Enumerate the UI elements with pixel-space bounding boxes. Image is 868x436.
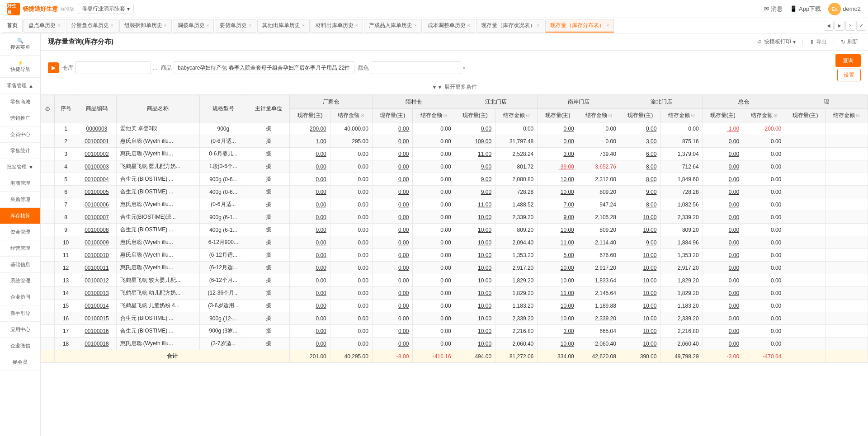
row-jb-qty[interactable]: 9.00 bbox=[455, 160, 495, 173]
row-mc-qty[interactable]: 0.00 bbox=[372, 262, 412, 274]
row-na-qty[interactable]: 0.00 bbox=[538, 135, 578, 148]
info-icon[interactable]: ⊙ bbox=[360, 113, 364, 118]
row-total-qty[interactable]: 0.00 bbox=[703, 173, 743, 186]
row-mc-qty[interactable]: 0.00 bbox=[372, 274, 412, 287]
tab-next-btn[interactable]: ▶ bbox=[835, 21, 844, 31]
row-total-qty[interactable]: 0.00 bbox=[703, 325, 743, 338]
row-yb-qty[interactable]: 10.00 bbox=[620, 338, 660, 350]
row-na-qty[interactable]: 10.00 bbox=[538, 338, 578, 350]
row-fc-qty[interactable]: 0.00 bbox=[290, 287, 330, 300]
sidebar-item-system[interactable]: 系统管理 bbox=[0, 273, 40, 289]
export-btn[interactable]: ⬆ 导出 bbox=[807, 37, 830, 47]
messages-btn[interactable]: ✉ 消息 bbox=[764, 5, 783, 13]
warehouse-input[interactable] bbox=[75, 61, 151, 74]
tab-close-icon[interactable]: × bbox=[606, 23, 609, 28]
row-fc-qty[interactable]: 0.00 bbox=[290, 300, 330, 312]
tab-成本调整单历史[interactable]: 成本调整单历史 × bbox=[423, 19, 475, 33]
sidebar-item-finance[interactable]: 资金管理 bbox=[0, 224, 40, 240]
row-mc-qty[interactable]: 0.00 bbox=[372, 249, 412, 262]
row-code[interactable]: 00100002 bbox=[77, 148, 116, 160]
sidebar-item-quicknav[interactable]: ⚡ 快捷导航 bbox=[0, 56, 40, 78]
row-total-qty[interactable]: 0.00 bbox=[703, 186, 743, 198]
row-fc-qty[interactable]: 0.00 bbox=[290, 312, 330, 325]
row-fc-qty[interactable]: 0.00 bbox=[290, 173, 330, 186]
sidebar-item-operations[interactable]: 经营管理 bbox=[0, 240, 40, 257]
sidebar-item-wholesale[interactable]: 批发管理 ▼ bbox=[0, 159, 40, 175]
row-total-qty[interactable]: 0.00 bbox=[703, 211, 743, 224]
row-na-qty[interactable]: -39.00 bbox=[538, 160, 578, 173]
row-code[interactable]: 00100013 bbox=[77, 287, 116, 300]
row-na-qty[interactable]: 10.00 bbox=[538, 173, 578, 186]
row-total-qty[interactable]: 0.00 bbox=[703, 148, 743, 160]
info-icon[interactable]: ⊙ bbox=[608, 113, 612, 118]
row-mc-qty[interactable]: 0.00 bbox=[372, 173, 412, 186]
row-total-qty[interactable]: 0.00 bbox=[703, 262, 743, 274]
row-fc-qty[interactable]: 0.00 bbox=[290, 338, 330, 350]
row-fc-qty[interactable]: 0.00 bbox=[290, 325, 330, 338]
tab-close-icon[interactable]: × bbox=[207, 23, 209, 28]
row-jb-qty[interactable]: 10.00 bbox=[455, 224, 495, 236]
row-code[interactable]: 00100011 bbox=[77, 262, 116, 274]
row-total-qty[interactable]: 0.00 bbox=[703, 198, 743, 211]
row-total-qty[interactable]: 0.00 bbox=[703, 300, 743, 312]
row-yb-qty[interactable]: 10.00 bbox=[620, 312, 660, 325]
row-yb-qty[interactable]: 8.00 bbox=[620, 198, 660, 211]
row-mc-qty[interactable]: 0.00 bbox=[372, 135, 412, 148]
row-yb-qty[interactable]: 6.00 bbox=[620, 148, 660, 160]
row-jb-qty[interactable]: 11.00 bbox=[455, 148, 495, 160]
app-download-btn[interactable]: 📱 App下载 bbox=[790, 5, 821, 13]
tab-分量盘点单历史[interactable]: 分量盘点单历史 × bbox=[66, 19, 118, 33]
sidebar-item-ecommerce[interactable]: 电商管理 bbox=[0, 175, 40, 192]
row-fc-qty[interactable]: 0.00 bbox=[290, 160, 330, 173]
info-icon[interactable]: ⊙ bbox=[856, 113, 860, 118]
row-na-qty[interactable]: 5.00 bbox=[538, 249, 578, 262]
tab-close-icon[interactable]: × bbox=[302, 23, 305, 28]
tab-close-icon[interactable]: × bbox=[355, 23, 358, 28]
row-code[interactable]: 00100015 bbox=[77, 312, 116, 325]
row-fc-qty[interactable]: 0.00 bbox=[290, 224, 330, 236]
row-total-qty[interactable]: 0.00 bbox=[703, 287, 743, 300]
row-yb-qty[interactable]: 10.00 bbox=[620, 287, 660, 300]
row-total-qty[interactable]: 0.00 bbox=[703, 135, 743, 148]
row-yb-qty[interactable]: 10.00 bbox=[620, 224, 660, 236]
row-fc-qty[interactable]: 0.00 bbox=[290, 249, 330, 262]
tab-盘点单历史[interactable]: 盘点单历史 × bbox=[24, 19, 65, 33]
sidebar-item-basics[interactable]: 基础信息 bbox=[0, 257, 40, 273]
sidebar-item-inventory[interactable]: 库存核算 bbox=[0, 208, 40, 224]
row-jb-qty[interactable]: 10.00 bbox=[455, 262, 495, 274]
row-fc-qty[interactable]: 0.00 bbox=[290, 274, 330, 287]
tab-more-btn[interactable]: ⤢ bbox=[856, 21, 866, 31]
row-mc-qty[interactable]: 0.00 bbox=[372, 148, 412, 160]
row-code[interactable]: 00100001 bbox=[77, 135, 116, 148]
row-yb-qty[interactable]: 10.00 bbox=[620, 300, 660, 312]
row-na-qty[interactable]: 0.00 bbox=[538, 122, 578, 135]
settings-button[interactable]: 设置 bbox=[837, 69, 861, 81]
sidebar-item-marketing[interactable]: 营销推广 bbox=[0, 110, 40, 127]
row-total-qty[interactable]: -1.00 bbox=[703, 122, 743, 135]
row-yb-qty[interactable]: 10.00 bbox=[620, 211, 660, 224]
tab-材料出库单历史[interactable]: 材料出库单历史 × bbox=[311, 19, 363, 33]
row-mc-qty[interactable]: 0.00 bbox=[372, 160, 412, 173]
row-fc-qty[interactable]: 1.00 bbox=[290, 135, 330, 148]
row-na-qty[interactable]: 3.00 bbox=[538, 148, 578, 160]
row-fc-qty[interactable]: 0.00 bbox=[290, 198, 330, 211]
row-code[interactable]: 00100016 bbox=[77, 325, 116, 338]
row-mc-qty[interactable]: 0.00 bbox=[372, 325, 412, 338]
row-yb-qty[interactable]: 0.00 bbox=[620, 122, 660, 135]
row-yb-qty[interactable]: 8.00 bbox=[620, 160, 660, 173]
row-yb-qty[interactable]: 9.00 bbox=[620, 236, 660, 249]
row-jb-qty[interactable]: 10.00 bbox=[455, 300, 495, 312]
row-jb-qty[interactable]: 109.00 bbox=[455, 135, 495, 148]
row-jb-qty[interactable]: 10.00 bbox=[455, 325, 495, 338]
tab-prev-btn[interactable]: ◀ bbox=[824, 21, 834, 31]
row-mc-qty[interactable]: 0.00 bbox=[372, 287, 412, 300]
row-yb-qty[interactable]: 3.00 bbox=[620, 135, 660, 148]
row-code[interactable]: 00100007 bbox=[77, 211, 116, 224]
row-code[interactable]: 00100003 bbox=[77, 160, 116, 173]
row-code[interactable]: 00100018 bbox=[77, 338, 116, 350]
row-jb-qty[interactable]: 11.00 bbox=[455, 198, 495, 211]
row-yb-qty[interactable]: 10.00 bbox=[620, 249, 660, 262]
sidebar-item-retail-mall[interactable]: 零售商城 bbox=[0, 94, 40, 110]
row-yb-qty[interactable]: 10.00 bbox=[620, 262, 660, 274]
row-code[interactable]: 00100008 bbox=[77, 224, 116, 236]
